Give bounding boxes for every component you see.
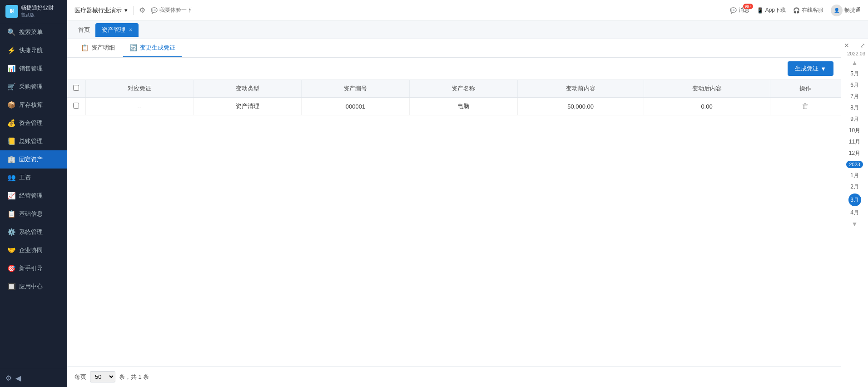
row-action: 🗑 [770, 98, 841, 115]
customer-service-label: 在线客服 [802, 6, 823, 14]
table-toolbar: 生成凭证 ▼ [67, 58, 841, 80]
sidebar-item-sales[interactable]: 📊 销售管理 [0, 60, 67, 78]
table-header-row: 对应凭证 变动类型 资产编号 资产名称 变动前内容 变动后内容 操作 [67, 80, 841, 98]
settings-button[interactable]: ⚙ [5, 374, 12, 382]
basic-info-icon: 📋 [7, 210, 15, 218]
per-page-select[interactable]: 50 10 20 100 [90, 371, 115, 382]
customer-service-button[interactable]: 🎧 在线客服 [793, 6, 823, 14]
month-item-6[interactable]: 6月 [841, 79, 868, 91]
content-area: 📋 资产明细 🔄 变更生成凭证 生成凭证 ▼ [67, 39, 868, 387]
app-download-label: App下载 [765, 6, 786, 14]
sidebar-item-label: 资金管理 [19, 119, 43, 127]
system-icon: ⚙️ [7, 228, 15, 236]
sidebar-item-label: 总账管理 [19, 137, 43, 145]
row-change-type: 资产清理 [193, 98, 302, 115]
subtab-label: 资产明细 [91, 44, 115, 52]
sidebar-item-label: 应用中心 [19, 283, 43, 291]
header-asset-code: 资产编号 [302, 80, 410, 98]
tab-label: 资产管理 [102, 26, 125, 34]
subtab-change-voucher[interactable]: 🔄 变更生成凭证 [123, 39, 182, 57]
subtab-asset-detail[interactable]: 📋 资产明细 [74, 39, 121, 57]
collapse-button[interactable]: ◀ [15, 374, 21, 382]
close-panel-button[interactable]: ✕ [844, 42, 849, 49]
guide-icon: 🎯 [7, 264, 15, 273]
sidebar-item-apps[interactable]: 🔲 应用中心 [0, 278, 67, 296]
row-checkbox[interactable] [73, 103, 79, 109]
sidebar-item-inventory[interactable]: 📦 库存核算 [0, 96, 67, 114]
month-item-3-active[interactable]: 3月 [848, 194, 861, 206]
sidebar-item-payroll[interactable]: 👥 工资 [0, 169, 67, 187]
sidebar-item-collab[interactable]: 🤝 企业协同 [0, 241, 67, 259]
tab-home[interactable]: 首页 [74, 23, 94, 37]
month-item-8[interactable]: 8月 [841, 102, 868, 114]
month-item-5[interactable]: 5月 [841, 68, 868, 79]
message-button[interactable]: 💬 消息 99+ [730, 6, 749, 14]
sidebar-item-purchase[interactable]: 🛒 采购管理 [0, 78, 67, 96]
sidebar-item-fixed-assets[interactable]: 🏢 固定资产 [0, 150, 67, 169]
month-item-10[interactable]: 10月 [841, 125, 868, 136]
month-item-9[interactable]: 9月 [841, 114, 868, 125]
expand-panel-button[interactable]: ⤢ [860, 42, 865, 49]
sidebar: 财 畅捷通好业财 普及版 🔍 搜索菜单 ⚡ 快捷导航 📊 销售管理 🛒 采购管理… [0, 0, 67, 387]
sidebar-item-ledger[interactable]: 📒 总账管理 [0, 132, 67, 150]
header-change-type: 变动类型 [193, 80, 302, 98]
tab-asset-management[interactable]: 资产管理 × [95, 23, 139, 37]
operations-icon: 📈 [7, 192, 15, 200]
topbar-settings-icon[interactable]: ⚙ [139, 6, 145, 15]
sidebar-nav: 🔍 搜索菜单 ⚡ 快捷导航 📊 销售管理 🛒 采购管理 📦 库存核算 💰 资金管… [0, 23, 67, 369]
scroll-down-button[interactable]: ▼ [850, 218, 860, 229]
month-item-2[interactable]: 2月 [841, 181, 868, 193]
row-asset-code: 000001 [302, 98, 410, 115]
delete-button[interactable]: 🗑 [802, 102, 809, 110]
user-menu[interactable]: 👤 畅捷通 [831, 5, 861, 16]
topbar: 医疗器械行业演示 ▾ ⚙ 💬 我要体验一下 💬 消息 99+ 📱 App下载 🎧… [67, 0, 868, 21]
sidebar-logo: 财 畅捷通好业财 普及版 [0, 0, 67, 23]
search-icon: 🔍 [7, 28, 15, 36]
chevron-down-icon: ▾ [124, 7, 128, 14]
sidebar-item-label: 基础信息 [19, 210, 43, 218]
month-item-1[interactable]: 1月 [841, 170, 868, 181]
select-all-checkbox[interactable] [73, 85, 79, 91]
sidebar-item-label: 企业协同 [19, 246, 43, 254]
app-download-button[interactable]: 📱 App下载 [757, 6, 786, 14]
inventory-icon: 📦 [7, 101, 15, 109]
month-item-12[interactable]: 12月 [841, 148, 868, 159]
collab-icon: 🤝 [7, 246, 15, 254]
month-item-4[interactable]: 4月 [841, 207, 868, 218]
row-before-change: 50,000.00 [517, 98, 644, 115]
sidebar-item-guide[interactable]: 🎯 新手引导 [0, 259, 67, 278]
header-action: 操作 [770, 80, 841, 98]
sidebar-item-operations[interactable]: 📈 经营管理 [0, 187, 67, 205]
pagination: 每页 50 10 20 100 条，共 1 条 [67, 366, 841, 387]
sidebar-item-label: 采购管理 [19, 83, 43, 91]
sidebar-bottom: ⚙ ◀ [0, 369, 67, 387]
month-item-7[interactable]: 7月 [841, 91, 868, 102]
tab-close-button[interactable]: × [129, 27, 132, 33]
subtabs: 📋 资产明细 🔄 变更生成凭证 [67, 39, 841, 58]
sidebar-item-quick-nav[interactable]: ⚡ 快捷导航 [0, 41, 67, 60]
feedback-link[interactable]: 💬 我要体验一下 [151, 6, 192, 14]
topbar-divider [133, 6, 134, 15]
sidebar-item-search[interactable]: 🔍 搜索菜单 [0, 23, 67, 41]
company-selector[interactable]: 医疗器械行业演示 ▾ [74, 6, 128, 15]
asset-detail-icon: 📋 [81, 44, 89, 51]
sidebar-item-system[interactable]: ⚙️ 系统管理 [0, 223, 67, 241]
feedback-icon: 💬 [151, 7, 158, 14]
row-checkbox-cell [67, 98, 85, 115]
month-item-11[interactable]: 11月 [841, 136, 868, 148]
table-row: -- 资产清理 000001 电脑 50,000.00 0.00 🗑 [67, 98, 841, 115]
logo-sub: 普及版 [21, 12, 54, 18]
sidebar-item-funds[interactable]: 💰 资金管理 [0, 114, 67, 132]
table-wrapper: 对应凭证 变动类型 资产编号 资产名称 变动前内容 变动后内容 操作 [67, 80, 841, 366]
username: 畅捷通 [844, 6, 861, 14]
sidebar-item-label: 库存核算 [19, 101, 43, 109]
sidebar-item-basic-info[interactable]: 📋 基础信息 [0, 205, 67, 223]
scroll-up-button[interactable]: ▲ [850, 57, 860, 68]
generate-voucher-button[interactable]: 生成凭证 ▼ [788, 61, 833, 76]
app-download-icon: 📱 [757, 7, 764, 14]
quick-nav-icon: ⚡ [7, 46, 15, 55]
chevron-down-icon: ▼ [820, 65, 826, 72]
subtab-label: 变更生成凭证 [140, 44, 175, 52]
sidebar-item-label: 搜索菜单 [19, 28, 43, 36]
funds-icon: 💰 [7, 119, 15, 127]
